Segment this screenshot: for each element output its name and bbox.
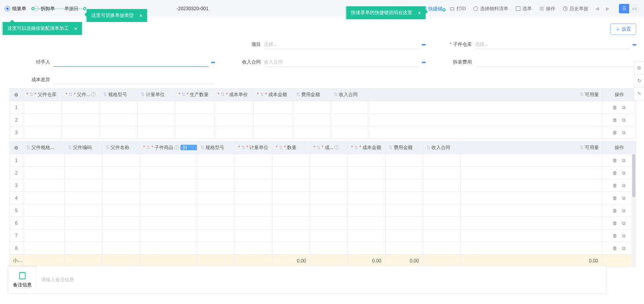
tooltip-doc-type: 这里可切换单据类型×	[86, 9, 147, 22]
radio-assemble[interactable]: 组装单	[5, 5, 26, 12]
delete-icon[interactable]: 🗑	[613, 220, 617, 226]
copy-icon[interactable]: ⧉	[622, 183, 626, 188]
col-operate: 操作	[602, 142, 636, 154]
delete-icon[interactable]: 🗑	[613, 170, 617, 176]
delete-icon[interactable]: 🗑	[613, 130, 617, 135]
table-row[interactable]: 3🗑⧉	[10, 179, 636, 192]
copy-icon[interactable]: ⧉	[622, 158, 626, 163]
table-row[interactable]: 5🗑⧉	[10, 204, 636, 217]
table-row[interactable]: 2🗑⧉	[10, 114, 636, 126]
col-header[interactable]: ⇅生产数量	[175, 89, 215, 101]
delete-icon[interactable]: 🗑	[613, 208, 617, 213]
delete-icon[interactable]: 🗑	[613, 105, 617, 110]
col-operate: 操作	[602, 89, 636, 101]
close-icon[interactable]: ×	[74, 25, 77, 32]
copy-icon[interactable]: ⧉	[622, 233, 626, 238]
scrollbar[interactable]	[631, 154, 636, 267]
copy-icon[interactable]: ⧉	[622, 105, 626, 110]
print-button[interactable]: 打印	[449, 5, 466, 12]
list-view-icon[interactable]: ☰	[619, 4, 629, 13]
grid-view-icon[interactable]: ▭	[629, 4, 639, 13]
field-income-contract: 收入合同•••	[230, 58, 425, 67]
col-header[interactable]: ⇅计量单位	[235, 142, 273, 154]
col-header[interactable]: ⇅规格型号	[100, 89, 138, 101]
col-available[interactable]: ⇅可用量	[368, 89, 602, 101]
more-icon[interactable]: •••	[422, 42, 426, 47]
table-row[interactable]: 3🗑⧉	[10, 126, 636, 139]
col-header[interactable]: ⇅父件仓库	[23, 89, 62, 101]
copy-icon[interactable]: ⧉	[622, 130, 626, 135]
side-tool-1[interactable]: ⧉	[634, 61, 644, 75]
col-header[interactable]: ⇅成本单价	[215, 89, 254, 101]
handler-input[interactable]	[53, 58, 209, 67]
operate-button[interactable]: 操作	[539, 5, 555, 12]
delete-icon[interactable]: 🗑	[613, 158, 617, 163]
gear-icon[interactable]: ⚙	[10, 89, 23, 101]
copy-icon[interactable]: ⧉	[622, 170, 626, 176]
col-header[interactable]: ⇅父件...ⓘ	[62, 89, 100, 101]
view-toggle[interactable]: ☰ ▭	[619, 4, 639, 13]
delete-icon[interactable]: 🗑	[613, 233, 617, 238]
income-input[interactable]	[264, 58, 419, 67]
col-header[interactable]: ⇅收入合同	[331, 89, 368, 101]
col-header[interactable]: ⇅父件名称	[102, 142, 140, 154]
delete-icon[interactable]: 🗑	[613, 195, 617, 201]
delete-icon[interactable]: 🗑	[613, 183, 617, 188]
svg-rect-3	[516, 7, 520, 11]
col-header[interactable]: ⇅子件商品ⓘ扫码录入	[140, 142, 197, 154]
fee-input[interactable]	[475, 58, 636, 67]
copy-icon[interactable]: ⧉	[622, 195, 626, 201]
side-tool-3[interactable]: ✎	[634, 87, 644, 100]
svg-rect-1	[451, 7, 454, 10]
history-button[interactable]: 历史单据	[562, 5, 588, 12]
gear-icon[interactable]: ⚙	[10, 142, 23, 154]
table-row[interactable]: 6🗑⧉	[10, 217, 636, 229]
col-header[interactable]: ⇅成本金额	[254, 89, 293, 101]
col-header[interactable]: ⇅规格型号	[197, 142, 235, 154]
table-row[interactable]: 8🗑⧉	[10, 242, 636, 255]
prev-icon[interactable]: ◀	[595, 6, 599, 11]
row-actions: 🗑⧉	[602, 114, 636, 126]
copy-icon[interactable]: ⧉	[622, 208, 626, 213]
col-available[interactable]: ⇅可用量	[461, 142, 602, 154]
col-header[interactable]: ⇅父件规格...	[23, 142, 65, 154]
remark-input[interactable]	[36, 266, 606, 293]
doc-number: -20230320-001	[176, 6, 208, 11]
table-row[interactable]: 2🗑⧉	[10, 167, 636, 179]
table-row[interactable]: 1🗑⧉	[10, 154, 636, 167]
more-icon[interactable]: •••	[632, 42, 636, 47]
project-input[interactable]	[264, 40, 419, 49]
close-icon[interactable]: ×	[139, 13, 142, 19]
col-header[interactable]: ⇅费用金额	[293, 89, 331, 101]
delete-icon[interactable]: 🗑	[613, 246, 617, 251]
tooltip-assembly-list: 这里可以选择按装配清单加工×	[2, 22, 82, 35]
material-list-button[interactable]: 选择物料清单	[473, 5, 508, 12]
subtotal-row: 小计0.000.000.000.00	[10, 255, 636, 267]
table-row[interactable]: 4🗑⧉	[10, 192, 636, 204]
col-header[interactable]: ⇅收入合同	[423, 142, 461, 154]
copy-icon[interactable]: ⧉	[622, 117, 626, 123]
more-icon[interactable]: •••	[211, 60, 215, 65]
table-row[interactable]: 7🗑⧉	[10, 229, 636, 242]
col-header[interactable]: ⇅费用金额	[386, 142, 423, 154]
settings-button[interactable]: 设置	[610, 24, 636, 35]
row-actions: 🗑⧉	[602, 229, 636, 242]
row-actions: 🗑⧉	[602, 154, 636, 167]
delete-icon[interactable]: 🗑	[613, 117, 617, 123]
child-warehouse-input[interactable]	[475, 40, 630, 49]
next-icon[interactable]: ▶	[606, 6, 609, 11]
col-header[interactable]: ⇅成本金额	[348, 142, 386, 154]
close-icon[interactable]: ×	[418, 10, 421, 16]
side-tool-2[interactable]: ↻	[634, 74, 644, 87]
col-header[interactable]: ⇅父件编码	[65, 142, 102, 154]
col-header[interactable]: ⇅计量单位	[138, 89, 175, 101]
col-header[interactable]: ⇅数量	[273, 142, 310, 154]
cost-diff-input[interactable]	[53, 75, 215, 84]
table-row[interactable]: 1🗑⧉	[10, 101, 636, 114]
copy-icon[interactable]: ⧉	[622, 220, 626, 226]
select-order-button[interactable]: 选单	[515, 5, 532, 12]
more-icon[interactable]: •••	[422, 60, 426, 65]
col-header[interactable]: ⇅成...ⓘ	[310, 142, 348, 154]
row-actions: 🗑⧉	[602, 204, 636, 217]
copy-icon[interactable]: ⧉	[622, 246, 626, 251]
